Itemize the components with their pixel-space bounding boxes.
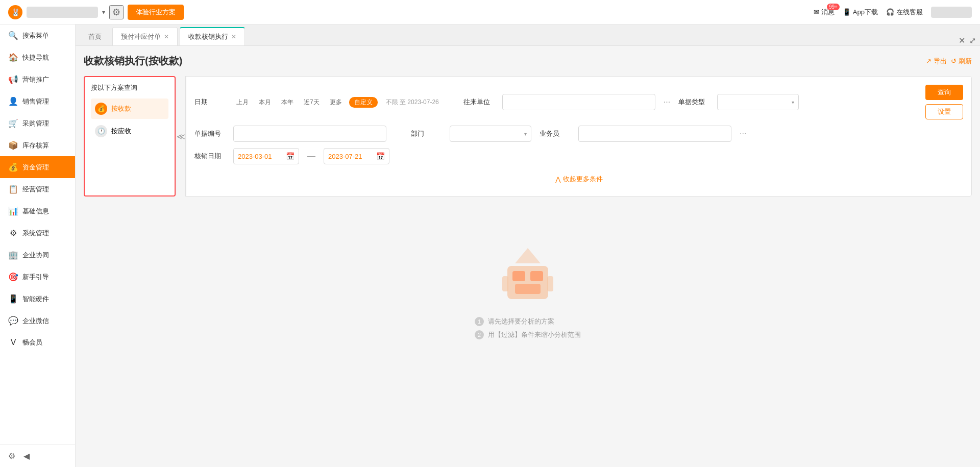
export-button[interactable]: ↗ 导出 <box>926 57 947 66</box>
sidebar-item-search-menu[interactable]: 🔍 搜索菜单 <box>0 24 75 46</box>
sidebar-item-basic-info[interactable]: 📊 基础信息 <box>0 200 75 222</box>
sidebar-item-guide[interactable]: 🎯 新手引导 <box>0 266 75 288</box>
empty-tip-2: 2 用【过滤】条件来缩小分析范围 <box>475 328 581 341</box>
date-no-limit-text: 不限 至 2023-07-26 <box>386 98 439 107</box>
date-custom[interactable]: 自定义 <box>349 97 378 108</box>
sidebar-item-operations[interactable]: 📋 经营管理 <box>0 178 75 200</box>
date-last-month[interactable]: 上月 <box>233 97 252 108</box>
sidebar-label-marketing: 营销推广 <box>22 75 49 84</box>
verify-date-start-input[interactable] <box>238 153 284 160</box>
message-button[interactable]: ✉ 消息 99+ <box>814 8 835 17</box>
svg-rect-6 <box>547 276 553 291</box>
tip-text-1: 请先选择要分析的方案 <box>488 315 554 328</box>
content-area: 首页 预付冲应付单 ✕ 收款核销执行 ✕ ✕ ⤢ 收款核销执行(按收款) <box>76 24 980 467</box>
tab-collect[interactable]: 收款核销执行 ✕ <box>180 27 245 45</box>
svg-marker-4 <box>515 248 541 263</box>
settings-icon[interactable]: ⚙ <box>109 5 124 19</box>
sidebar-item-finance[interactable]: 💰 资金管理 <box>0 156 75 178</box>
empty-illustration <box>497 245 558 307</box>
brand-icon: 🐰 <box>8 5 22 19</box>
smart-hw-icon: 📱 <box>8 294 18 304</box>
sidebar-bottom: ⚙ ◀ <box>0 445 75 467</box>
sidebar-item-marketing[interactable]: 📢 营销推广 <box>0 68 75 90</box>
filter-scheme-panel: 按以下方案查询 💰 按收款 🕐 按应收 <box>84 76 176 196</box>
sidebar-item-member[interactable]: V 畅会员 <box>0 332 75 353</box>
filter-container: 按以下方案查询 💰 按收款 🕐 按应收 ≪ <box>84 76 972 196</box>
tab-prepay[interactable]: 预付冲应付单 ✕ <box>112 27 178 45</box>
sidebar-item-wechat[interactable]: 💬 企业微信 <box>0 310 75 332</box>
tab-home[interactable]: 首页 <box>80 27 110 45</box>
filter-collect-icon: 💰 <box>95 103 107 115</box>
sidebar-label-operations: 经营管理 <box>22 185 49 194</box>
brand: 🐰 <box>8 5 22 19</box>
top-bar-left: 🐰 ▾ ⚙ 体验行业方案 <box>8 5 814 20</box>
verify-date-end-input[interactable] <box>328 153 374 160</box>
tab-prepay-close[interactable]: ✕ <box>164 33 169 40</box>
sidebar-item-inventory[interactable]: 📦 库存核算 <box>0 134 75 156</box>
dept-label: 部门 <box>411 129 442 138</box>
filter-main: 日期 上月 本月 本年 近7天 更多 自定义 不限 至 2023-07-26 往… <box>186 76 972 196</box>
operations-icon: 📋 <box>8 184 18 194</box>
tab-close-all-icon[interactable]: ✕ <box>959 36 965 45</box>
doc-no-input[interactable] <box>238 130 382 138</box>
date-filter: 上月 本月 本年 近7天 更多 自定义 <box>233 97 378 108</box>
sidebar-item-enterprise[interactable]: 🏢 企业协同 <box>0 244 75 266</box>
query-button[interactable]: 查询 <box>925 85 963 100</box>
app-download-button[interactable]: 📱 App下载 <box>843 8 878 17</box>
date-label: 日期 <box>194 97 225 107</box>
date-7days[interactable]: 近7天 <box>301 97 323 108</box>
marketing-icon: 📢 <box>8 75 18 84</box>
filter-collapse-button[interactable]: ≪ <box>176 76 186 196</box>
user-info-blurred[interactable] <box>931 7 972 18</box>
staff-dots[interactable]: ··· <box>740 129 746 138</box>
sidebar-item-system[interactable]: ⚙ 系统管理 <box>0 222 75 244</box>
system-icon: ⚙ <box>8 228 18 238</box>
doc-type-select[interactable]: ▾ <box>717 94 799 110</box>
tab-collect-close[interactable]: ✕ <box>231 33 236 40</box>
svg-rect-3 <box>515 284 541 294</box>
date-more[interactable]: 更多 <box>327 97 345 108</box>
chevron-down-icon: ▾ <box>792 100 794 105</box>
svg-rect-2 <box>530 271 543 281</box>
dept-select[interactable]: ▾ <box>450 126 531 142</box>
sidebar-settings-icon[interactable]: ⚙ <box>8 451 15 461</box>
page-actions: ↗ 导出 ↺ 刷新 <box>926 57 972 66</box>
online-service-button[interactable]: 🎧 在线客服 <box>886 8 923 17</box>
settings-config-button[interactable]: 设置 <box>925 104 963 119</box>
counterpart-label: 往来单位 <box>463 97 494 107</box>
refresh-button[interactable]: ↺ 刷新 <box>951 57 972 66</box>
top-bar: 🐰 ▾ ⚙ 体验行业方案 ✉ 消息 99+ 📱 App下载 🎧 在线客服 <box>0 0 980 24</box>
tab-expand-icon[interactable]: ⤢ <box>969 36 976 45</box>
finance-icon: 💰 <box>8 162 18 172</box>
sidebar-label-sales: 销售管理 <box>22 97 49 106</box>
company-dropdown[interactable]: ▾ <box>102 9 105 16</box>
sidebar-label-smart-hw: 智能硬件 <box>22 294 49 304</box>
calendar-start-icon[interactable]: 📅 <box>286 152 295 160</box>
counterpart-dots[interactable]: ··· <box>664 97 670 107</box>
verify-date-label: 核销日期 <box>194 152 225 161</box>
filter-option-by-receivable[interactable]: 🕐 按应收 <box>91 121 168 141</box>
sidebar-collapse-icon[interactable]: ◀ <box>23 451 30 461</box>
message-badge: 99+ <box>827 4 840 10</box>
sidebar-label-quick-nav: 快捷导航 <box>22 53 49 62</box>
guide-icon: 🎯 <box>8 272 18 282</box>
collapse-more-button[interactable]: ⋀ 收起更多条件 <box>194 170 963 188</box>
sidebar-item-smart-hw[interactable]: 📱 智能硬件 <box>0 288 75 310</box>
filter-receivable-icon: 🕐 <box>95 125 107 137</box>
sidebar-item-purchase[interactable]: 🛒 采购管理 <box>0 112 75 134</box>
date-this-year[interactable]: 本年 <box>278 97 297 108</box>
counterpart-input[interactable] <box>507 99 651 106</box>
sidebar-item-quick-nav[interactable]: 🏠 快捷导航 <box>0 46 75 68</box>
inventory-icon: 📦 <box>8 140 18 150</box>
sidebar-label-member: 畅会员 <box>22 338 42 347</box>
member-icon: V <box>8 338 18 347</box>
svg-rect-5 <box>502 276 508 291</box>
staff-input[interactable] <box>583 130 727 138</box>
filter-option-by-collect[interactable]: 💰 按收款 <box>91 99 168 119</box>
date-this-month[interactable]: 本月 <box>256 97 274 108</box>
chevron-down-dept-icon: ▾ <box>524 131 527 137</box>
tip-num-2: 2 <box>475 330 484 339</box>
sidebar-item-sales[interactable]: 👤 销售管理 <box>0 90 75 112</box>
calendar-end-icon[interactable]: 📅 <box>376 152 385 160</box>
industry-button[interactable]: 体验行业方案 <box>128 5 184 20</box>
